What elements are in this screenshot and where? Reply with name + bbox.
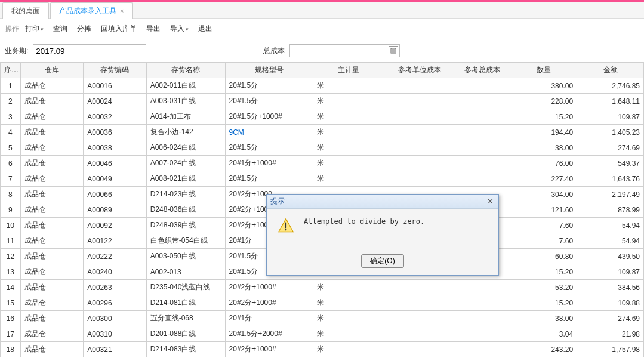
- warning-icon: [278, 217, 294, 234]
- svg-point-6: [285, 229, 287, 231]
- dialog-footer: 确定(O): [267, 251, 498, 275]
- dialog-message: Attempted to divide by zero.: [304, 217, 424, 226]
- dialog-titlebar[interactable]: 提示 ✕: [267, 195, 498, 209]
- ok-button[interactable]: 确定(O): [361, 254, 403, 268]
- dialog-body: Attempted to divide by zero.: [267, 209, 498, 251]
- alert-dialog: 提示 ✕ Attempted to divide by zero. 确定(O): [266, 194, 499, 276]
- dialog-overlay: 提示 ✕ Attempted to divide by zero. 确定(O): [0, 0, 644, 357]
- close-icon[interactable]: ✕: [485, 197, 495, 206]
- dialog-title-text: 提示: [270, 196, 285, 206]
